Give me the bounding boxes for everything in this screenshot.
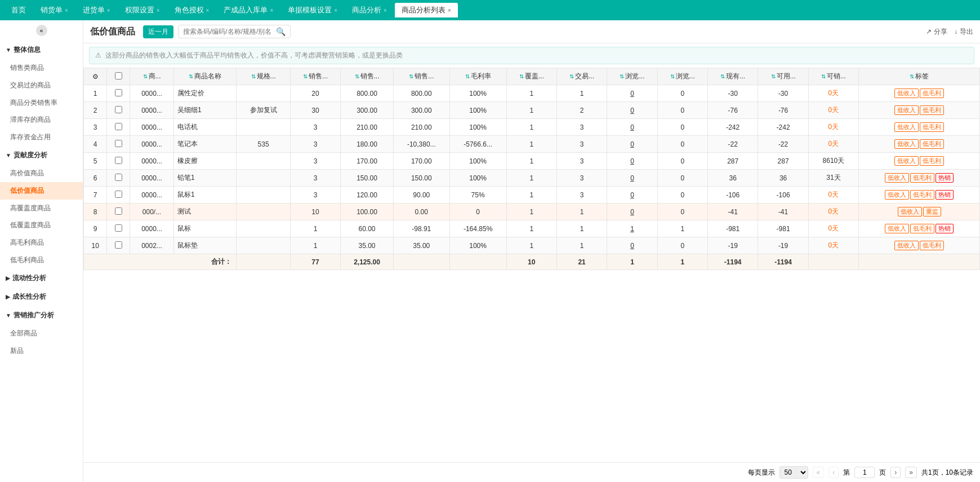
nav-close-btn[interactable]: × — [206, 7, 210, 14]
per-page-select[interactable]: 50 100 200 — [779, 466, 808, 479]
qty-col-header[interactable]: ⇅销售... — [290, 68, 340, 85]
row-select-checkbox[interactable] — [115, 224, 122, 232]
sidebar-item-滞库存的商品[interactable]: 滞库存的商品 — [0, 111, 83, 129]
checkbox-col-header[interactable] — [107, 68, 130, 85]
nav-item-销货单[interactable]: 销货单× — [34, 3, 75, 17]
sidebar-group-贡献度分析[interactable]: ▼贡献度分析 — [0, 146, 83, 165]
first-page-btn[interactable]: « — [813, 467, 825, 478]
next-page-btn[interactable]: › — [890, 467, 901, 478]
row-browse1[interactable]: 1 — [607, 220, 657, 237]
nav-close-btn[interactable]: × — [107, 7, 110, 14]
name-col-header[interactable]: ⇅商品名称 — [173, 68, 236, 85]
nav-item-进货单[interactable]: 进货单× — [76, 3, 117, 17]
spec-col-header[interactable]: ⇅规格... — [237, 68, 291, 85]
nav-item-首页[interactable]: 首页 — [5, 3, 33, 17]
row-browse1[interactable]: 0 — [607, 153, 657, 170]
sidebar-item-销售类商品[interactable]: 销售类商品 — [0, 59, 83, 77]
row-select-checkbox[interactable] — [115, 157, 122, 164]
sidebar-group-流动性分析[interactable]: ▶流动性分析 — [0, 269, 83, 288]
sidebar-group-成长性分析[interactable]: ▶成长性分析 — [0, 288, 83, 306]
browse1-link[interactable]: 0 — [630, 157, 634, 165]
row-checkbox[interactable] — [107, 204, 130, 220]
select-all-checkbox[interactable] — [115, 72, 122, 79]
nav-item-商品分析[interactable]: 商品分析× — [345, 3, 394, 17]
row-select-checkbox[interactable] — [115, 191, 122, 198]
sidebar-item-低毛利商品[interactable]: 低毛利商品 — [0, 251, 83, 269]
row-browse1[interactable]: 0 — [607, 136, 657, 153]
current-col-header[interactable]: ⇅现有... — [708, 68, 758, 85]
row-select-checkbox[interactable] — [115, 140, 122, 147]
row-browse1[interactable]: 0 — [607, 85, 657, 102]
sidebar-item-低覆盖度商品[interactable]: 低覆盖度商品 — [0, 216, 83, 234]
row-select-checkbox[interactable] — [115, 174, 122, 181]
row-checkbox[interactable] — [107, 119, 130, 136]
browse1-link[interactable]: 1 — [630, 225, 634, 233]
browse1-link[interactable]: 0 — [630, 174, 634, 182]
search-input[interactable] — [183, 28, 274, 36]
browse1-link[interactable]: 0 — [630, 208, 634, 216]
browse1-link[interactable]: 0 — [630, 123, 634, 131]
trade-col-header[interactable]: ⇅交易... — [556, 68, 607, 85]
sidebar-item-高价值商品[interactable]: 高价值商品 — [0, 165, 83, 182]
row-select-checkbox[interactable] — [115, 89, 122, 96]
nav-item-单据模板设置[interactable]: 单据模板设置× — [281, 3, 344, 17]
sidebar-item-低价值商品[interactable]: 低价值商品 — [0, 182, 83, 200]
page-number-input[interactable] — [854, 467, 875, 478]
nav-close-btn[interactable]: × — [270, 7, 273, 14]
nav-close-btn[interactable]: × — [334, 7, 337, 14]
row-checkbox[interactable] — [107, 102, 130, 119]
sidebar-item-商品分类销售率[interactable]: 商品分类销售率 — [0, 94, 83, 112]
nav-item-商品分析列表[interactable]: 商品分析列表× — [395, 3, 458, 17]
price-col-header[interactable]: ⇅销售... — [341, 68, 394, 85]
row-select-checkbox[interactable] — [115, 123, 122, 130]
nav-item-产成品入库单[interactable]: 产成品入库单× — [217, 3, 280, 17]
settings-col-header[interactable]: ⚙ — [84, 68, 107, 85]
sidebar-item-全部商品[interactable]: 全部商品 — [0, 325, 83, 342]
gross-col-header[interactable]: ⇅毛利率 — [449, 68, 506, 85]
available-col-header[interactable]: ⇅可用... — [758, 68, 808, 85]
row-select-checkbox[interactable] — [115, 207, 122, 215]
row-checkbox[interactable] — [107, 85, 130, 102]
sidebar-collapse-btn[interactable]: « — [36, 25, 47, 36]
browse1-link[interactable]: 0 — [630, 107, 634, 114]
tags-col-header[interactable]: ⇅标签 — [859, 68, 980, 85]
nav-close-btn[interactable]: × — [65, 7, 68, 14]
row-browse1[interactable]: 0 — [607, 170, 657, 187]
nav-close-btn[interactable]: × — [384, 7, 387, 14]
sidebar-group-营销推广分析[interactable]: ▼营销推广分析 — [0, 306, 83, 325]
row-checkbox[interactable] — [107, 220, 130, 237]
sidebar-item-高毛利商品[interactable]: 高毛利商品 — [0, 234, 83, 251]
sidebar-item-新品[interactable]: 新品 — [0, 342, 83, 360]
browse2-col-header[interactable]: ⇅浏览... — [657, 68, 707, 85]
prev-page-btn[interactable]: ‹ — [828, 467, 839, 478]
browse1-link[interactable]: 0 — [630, 90, 634, 98]
row-checkbox[interactable] — [107, 237, 130, 254]
sidebar-item-库存资金占用[interactable]: 库存资金占用 — [0, 129, 83, 146]
last-page-btn[interactable]: » — [905, 467, 917, 478]
export-button[interactable]: ↓ 导出 — [954, 27, 973, 37]
cover-col-header[interactable]: ⇅覆盖... — [506, 68, 556, 85]
browse1-link[interactable]: 0 — [630, 140, 634, 148]
row-browse1[interactable]: 0 — [607, 204, 657, 220]
row-browse1[interactable]: 0 — [607, 119, 657, 136]
row-checkbox[interactable] — [107, 187, 130, 204]
browse1-col-header[interactable]: ⇅浏览... — [607, 68, 657, 85]
nav-item-权限设置[interactable]: 权限设置× — [118, 3, 167, 17]
row-checkbox[interactable] — [107, 153, 130, 170]
share-button[interactable]: ↗ 分享 — [926, 27, 947, 37]
row-select-checkbox[interactable] — [115, 241, 122, 249]
search-icon[interactable]: 🔍 — [276, 27, 286, 36]
sidebar-group-整体信息[interactable]: ▼整体信息 — [0, 41, 83, 59]
browse1-link[interactable]: 0 — [630, 191, 634, 199]
table-wrapper[interactable]: ⚙ ⇅商... ⇅商品名称 ⇅规格... ⇅销售... ⇅销售... ⇅销售..… — [83, 68, 980, 462]
browse1-link[interactable]: 0 — [630, 242, 634, 250]
nav-item-角色授权[interactable]: 角色授权× — [168, 3, 216, 17]
row-browse1[interactable]: 0 — [607, 187, 657, 204]
nav-close-btn[interactable]: × — [157, 7, 160, 14]
row-checkbox[interactable] — [107, 170, 130, 187]
amount-col-header[interactable]: ⇅销售... — [393, 68, 449, 85]
row-select-checkbox[interactable] — [115, 106, 122, 113]
sidebar-item-交易过的商品[interactable]: 交易过的商品 — [0, 77, 83, 94]
time-badge[interactable]: 近一月 — [143, 25, 173, 38]
sellable-col-header[interactable]: ⇅可销... — [808, 68, 858, 85]
